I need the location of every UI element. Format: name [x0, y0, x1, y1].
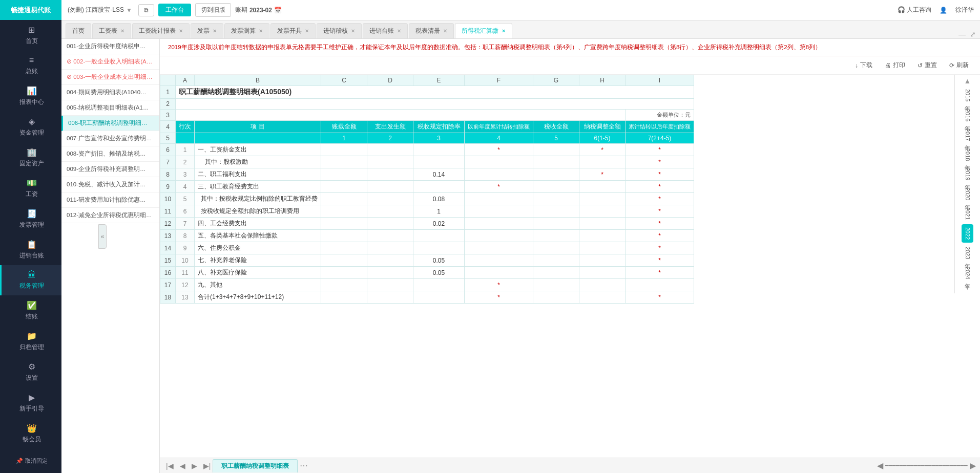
sidebar-item-salary[interactable]: 💵 工资 — [0, 173, 61, 204]
human-service-link[interactable]: 🎧 人工咨询 — [898, 6, 931, 14]
close-tab-invoice[interactable]: ✕ — [213, 28, 217, 34]
report-item-002[interactable]: 002-一般企业收入明细表(A1… — [61, 54, 159, 70]
reset-icon: ↺ — [918, 62, 923, 69]
sheet-more-button[interactable]: ⋯ — [300, 461, 308, 470]
year-nav-2015[interactable]: 2015年 — [962, 86, 973, 104]
sidebar-item-fixed[interactable]: 🏢 固定资产 — [0, 142, 61, 173]
sheet-nav-prev[interactable]: ◀ — [178, 462, 187, 470]
close-tab-payroll[interactable]: ✕ — [120, 28, 124, 34]
year-nav-2017[interactable]: 2017年 — [962, 125, 973, 144]
tab-invoice-open[interactable]: 发票开具 ✕ — [270, 23, 316, 38]
col-header-A: A — [176, 75, 195, 86]
close-tab-tax-clear[interactable]: ✕ — [443, 28, 447, 34]
download-icon: ↓ — [855, 62, 858, 69]
sidebar-item-closing[interactable]: ✅ 结账 — [0, 295, 61, 326]
tab-payroll[interactable]: 工资表 ✕ — [92, 23, 131, 38]
copy-button[interactable]: ⧉ — [138, 4, 154, 16]
tab-tax-clear[interactable]: 税表清册 ✕ — [409, 23, 454, 38]
close-tab-income-tax[interactable]: ✕ — [502, 28, 506, 34]
year-nav-2020[interactable]: 2020年 — [962, 185, 973, 203]
data-row-15: 15 10 七、补充养老保险 0.05 * — [160, 254, 694, 267]
data-row-18: 18 13 合计(1+3+4+7+8+9+10+11+12) * * — [160, 291, 694, 304]
sidebar-item-member[interactable]: 👑 畅会员 — [0, 418, 61, 449]
spreadsheet: A B C D E F G H I 1 职工薪酬纳税调整明细表( — [160, 75, 694, 304]
report-item-001[interactable]: 001-企业所得税年度纳税申… — [61, 39, 159, 54]
year-nav-down[interactable]: ▼ — [964, 283, 971, 291]
settings-icon: ⚙ — [28, 362, 35, 372]
tab-sales-ledger[interactable]: 进销台账 ✕ — [363, 23, 408, 38]
workspace-button[interactable]: 工作台 — [158, 4, 191, 16]
year-nav-up[interactable]: ▲ — [964, 77, 971, 85]
scroll-left-btn[interactable]: ◀ — [877, 461, 883, 470]
year-nav-2019[interactable]: 2019年 — [962, 165, 973, 183]
sidebar-item-report[interactable]: 📊 报表中心 — [0, 81, 61, 112]
report-item-008[interactable]: 008-资产折旧、摊销及纳税… — [61, 146, 159, 162]
calendar-icon[interactable]: 📅 — [274, 7, 282, 14]
sidebar-item-invoice[interactable]: 🧾 发票管理 — [0, 204, 61, 234]
download-button[interactable]: ↓ 下载 — [852, 59, 875, 71]
sidebar-item-guide[interactable]: ▶ 新手引导 — [0, 388, 61, 418]
user-avatar[interactable]: 👤 — [940, 7, 947, 14]
sheet-nav-last[interactable]: ▶| — [201, 462, 213, 470]
sub-header-blank2 — [195, 133, 321, 144]
sidebar-item-tax[interactable]: 🏛 税务管理 — [0, 265, 61, 295]
tab-payroll-stat[interactable]: 工资统计报表 ✕ — [132, 23, 190, 38]
report-item-003[interactable]: 003-一般企业成本支出明细… — [61, 70, 159, 85]
year-nav-2018[interactable]: 2018年 — [962, 145, 973, 164]
close-tab-sales-check[interactable]: ✕ — [351, 28, 355, 34]
report-item-010[interactable]: 010-免税、减计收入及加计… — [61, 177, 159, 192]
col-header-D: D — [367, 75, 413, 86]
report-item-007[interactable]: 007-广告宣传和业务宣传费明… — [61, 131, 159, 146]
sidebar-item-sales[interactable]: 📋 进销台账 — [0, 234, 61, 265]
print-button[interactable]: 🖨 打印 — [882, 59, 908, 71]
expand-icon[interactable]: ⤢ — [970, 30, 976, 38]
collapse-icon[interactable]: — — [958, 30, 966, 38]
sidebar-item-general[interactable]: ≡ 总账 — [0, 51, 61, 81]
refresh-icon: ⟳ — [949, 62, 954, 69]
company-name: (勿删) 江西股宝-LSS — [68, 6, 124, 14]
year-nav-2021[interactable]: 2021年 — [962, 204, 973, 223]
tab-invoice[interactable]: 发票 ✕ — [191, 23, 223, 38]
sheet-nav-first[interactable]: |◀ — [164, 462, 176, 470]
sub-header-5: 5 — [533, 133, 579, 144]
tab-invoice-calc[interactable]: 发票测算 ✕ — [224, 23, 269, 38]
close-tab-payroll-stat[interactable]: ✕ — [179, 28, 183, 34]
sidebar-item-settings[interactable]: ⚙ 设置 — [0, 357, 61, 388]
report-item-006[interactable]: 006-职工薪酬纳税调整明细… — [61, 116, 159, 131]
company-selector[interactable]: (勿删) 江西股宝-LSS ▼ — [68, 6, 132, 14]
tab-income-tax[interactable]: 所得税汇算缴 ✕ — [455, 23, 512, 38]
report-item-012[interactable]: 012-减免企业所得税优惠明细… — [61, 208, 159, 223]
data-row-16: 16 11 八、补充医疗保险 0.05 * — [160, 267, 694, 279]
sheet-tab-main[interactable]: 职工薪酬纳税调整明细表 — [213, 459, 298, 472]
report-item-005[interactable]: 005-纳税调整项目明细表(A1… — [61, 100, 159, 116]
switch-old-button[interactable]: 切到旧版 — [195, 3, 231, 17]
refresh-button[interactable]: ⟳ 刷新 — [946, 59, 972, 71]
report-main: 2019年度涉及取以前年度结转数据的申报表单元格需要手工维护正确，才能保证本年及… — [160, 39, 980, 473]
sub-header-1: 1 — [321, 133, 367, 144]
sidebar-item-home[interactable]: ⊞ 首页 — [0, 20, 61, 51]
year-nav-2023[interactable]: 2023年 — [962, 244, 973, 262]
tab-sales-check[interactable]: 进销稽核 ✕ — [317, 23, 362, 38]
report-item-011[interactable]: 011-研发费用加计扣除优惠… — [61, 192, 159, 208]
collapse-panel-btn[interactable]: « — [98, 224, 107, 249]
year-nav-2016[interactable]: 2016年 — [962, 106, 973, 124]
reset-button[interactable]: ↺ 重置 — [914, 59, 940, 71]
close-tab-sales-ledger[interactable]: ✕ — [397, 28, 401, 34]
sub-header-2: 2 — [367, 133, 413, 144]
guide-icon: ▶ — [29, 393, 35, 402]
year-nav-2024[interactable]: 2024年 — [962, 264, 973, 282]
year-nav-2022[interactable]: 2022年 — [962, 224, 973, 243]
sidebar-item-archive[interactable]: 📁 归档管理 — [0, 326, 61, 357]
data-row-14: 14 9 六、住房公积金 * — [160, 242, 694, 254]
close-tab-invoice-calc[interactable]: ✕ — [259, 28, 263, 34]
scroll-right-btn[interactable]: ▶ — [970, 461, 976, 470]
scroll-bar[interactable]: ━━━━━━━━━━━━━━━━━━━━━━━ — [885, 462, 968, 469]
report-item-004[interactable]: 004-期间费用明细表(A1040… — [61, 85, 159, 100]
sheet-nav-next[interactable]: ▶ — [190, 462, 199, 470]
sidebar-item-assets[interactable]: ◈ 资金管理 — [0, 112, 61, 142]
cancel-pin-button[interactable]: 📌 取消固定 — [2, 454, 59, 468]
data-row-17: 17 12 九、其他 * — [160, 279, 694, 291]
close-tab-invoice-open[interactable]: ✕ — [305, 28, 309, 34]
report-item-009[interactable]: 009-企业所得税补充调整明… — [61, 162, 159, 177]
tab-home[interactable]: 首页 — [66, 23, 91, 38]
